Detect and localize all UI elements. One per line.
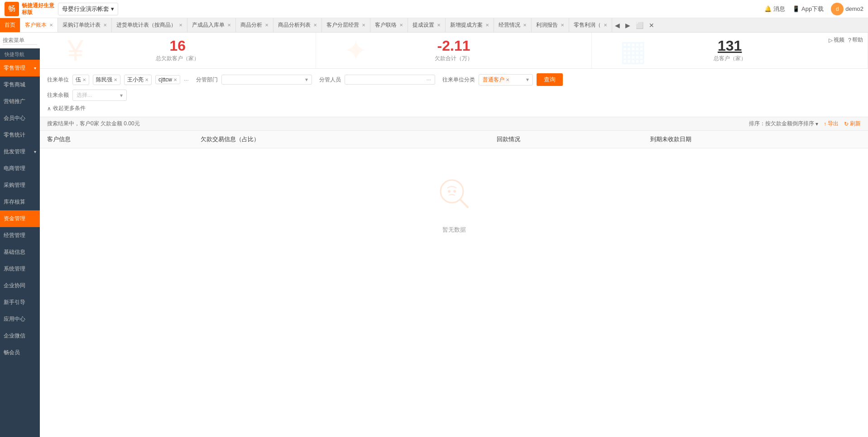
tab-new-promotion-plan[interactable]: 新增提成方案 ✕	[446, 18, 494, 32]
messages-button[interactable]: 🔔 消息	[764, 5, 785, 13]
tab-close-icon[interactable]: ✕	[227, 23, 231, 28]
tab-close-icon[interactable]: ✕	[265, 23, 269, 28]
tab-close-icon[interactable]: ✕	[103, 23, 107, 28]
sort-icon: ▾	[815, 121, 818, 127]
phone-icon: 📱	[792, 5, 800, 12]
stat-value-count: 131	[718, 38, 742, 53]
sidebar-item-new-guide[interactable]: 新手引导	[0, 294, 40, 311]
category-tag-close[interactable]: ✕	[506, 77, 509, 82]
unit-category-select[interactable]: 普通客户 ✕ ▾	[479, 74, 533, 86]
sidebar-item-membership[interactable]: 会员中心	[0, 110, 40, 127]
filter-tag-chen: 陈民强 ✕	[93, 75, 120, 85]
sidebar-item-finance[interactable]: 资金管理	[0, 210, 40, 227]
filter-more-dots[interactable]: ···	[184, 76, 189, 83]
tag-close-cjttcw[interactable]: ✕	[173, 77, 177, 82]
sidebar: 快捷导航 零售管理 ▾ 零售商城 营销推广 会员中心 零售统计 批发管理 ▾ 电…	[0, 33, 40, 437]
tab-merchandise-analysis[interactable]: 商品分析 ✕	[236, 18, 273, 32]
sidebar-item-enterprise-coop[interactable]: 企业协同	[0, 277, 40, 294]
tab-customer-segment[interactable]: 客户分层经营 ✕	[322, 18, 370, 32]
chevron-down-icon: ···	[427, 76, 431, 83]
sidebar-item-wholesale[interactable]: 批发管理 ▾	[0, 143, 40, 160]
quick-nav-label: 快捷导航	[0, 48, 40, 60]
store-selector[interactable]: 母婴行业演示帐套 ▾	[58, 3, 118, 15]
tab-profit-report[interactable]: 利润报告 ✕	[532, 18, 569, 32]
table-header: 客户信息 欠款交易信息（占比） 回款情况 到期未收款日期	[40, 131, 868, 148]
main-layout: 快捷导航 零售管理 ▾ 零售商城 营销推广 会员中心 零售统计 批发管理 ▾ 电…	[0, 33, 868, 437]
export-icon: ↑	[824, 121, 826, 127]
stat-label-count: 总客户（家）	[714, 55, 746, 62]
tag-close-chen[interactable]: ✕	[114, 77, 117, 82]
top-bar-left: 畅 畅捷通好生意 标版 母婴行业演示帐套 ▾	[5, 2, 118, 16]
video-button[interactable]: ▷ 视频	[829, 36, 844, 44]
top-bar: 畅 畅捷通好生意 标版 母婴行业演示帐套 ▾ 🔔 消息 📱 App下载 d de…	[0, 0, 868, 18]
tab-purchase-order-stats[interactable]: 采购订单统计表 ✕	[58, 18, 112, 32]
filter-tag-wang: 王小亮 ✕	[124, 75, 152, 85]
col-payment-status: 回款情况	[489, 131, 643, 148]
bell-icon: 🔔	[764, 5, 772, 12]
tab-close-icon[interactable]: ✕	[313, 23, 317, 28]
sidebar-item-inventory[interactable]: 库存核算	[0, 194, 40, 210]
svg-point-0	[441, 180, 463, 203]
tab-operations[interactable]: 经营情况 ✕	[494, 18, 532, 32]
tab-close-icon[interactable]: ✕	[604, 23, 607, 28]
stat-bg-icon-2: ✦	[344, 34, 368, 67]
stat-label-customers: 总欠款客户（家）	[156, 55, 199, 62]
tab-next-button[interactable]: ▶	[623, 22, 633, 29]
sidebar-search-area	[0, 33, 40, 48]
sidebar-item-ecommerce[interactable]: 电商管理	[0, 160, 40, 177]
tab-close-icon[interactable]: ✕	[485, 23, 489, 28]
help-icon: ?	[848, 37, 851, 43]
tab-close-icon[interactable]: ✕	[179, 23, 182, 28]
tab-close-icon[interactable]: ✕	[362, 23, 365, 28]
person-label: 分管人员	[319, 76, 341, 84]
tab-customer-contact[interactable]: 客户联络 ✕	[370, 18, 408, 32]
sidebar-item-vip-member[interactable]: 畅会员	[0, 344, 40, 361]
refresh-button[interactable]: ↻ 刷新	[844, 120, 861, 128]
export-button[interactable]: ↑ 导出	[824, 120, 839, 128]
tab-close-icon[interactable]: ✕	[437, 23, 441, 28]
help-button[interactable]: ? 帮助	[848, 36, 863, 44]
tag-close-wang[interactable]: ✕	[145, 77, 149, 82]
tab-retail-profit[interactable]: 零售利润（ ✕	[569, 18, 612, 32]
tab-promotion-settings[interactable]: 提成设置 ✕	[408, 18, 446, 32]
data-table: 客户信息 欠款交易信息（占比） 回款情况 到期未收款日期	[40, 131, 868, 148]
tab-close-icon[interactable]: ✕	[399, 23, 403, 28]
sidebar-item-operations-mgmt[interactable]: 经营管理	[0, 227, 40, 244]
tab-close-icon[interactable]: ✕	[49, 23, 53, 28]
tab-close-all-button[interactable]: ✕	[646, 22, 657, 29]
sidebar-item-basic-info[interactable]: 基础信息	[0, 244, 40, 261]
tab-home[interactable]: 首页	[0, 18, 20, 32]
collapse-button[interactable]: ∧ 收起更多条件	[47, 104, 861, 112]
balance-select[interactable]: 选择... ▾	[72, 90, 127, 101]
tab-close-icon[interactable]: ✕	[523, 23, 527, 28]
stat-label-owed: 欠款合计（万）	[435, 55, 473, 62]
tab-expand-button[interactable]: ⬜	[633, 22, 646, 29]
sidebar-item-system[interactable]: 系统管理	[0, 261, 40, 277]
sort-button[interactable]: 排序：按欠款金额倒序排序 ▾	[749, 120, 818, 128]
sidebar-item-app-center[interactable]: 应用中心	[0, 311, 40, 328]
tab-inbound-stats[interactable]: 进货单统计表（按商品） ✕	[112, 18, 187, 32]
sidebar-item-enterprise-wechat[interactable]: 企业微信	[0, 328, 40, 344]
person-select[interactable]: ···	[345, 75, 435, 85]
sidebar-item-purchase[interactable]: 采购管理	[0, 177, 40, 194]
tab-prev-button[interactable]: ◀	[612, 22, 623, 29]
stat-total-customers: ¥ 16 总欠款客户（家）	[40, 33, 316, 68]
tab-close-icon[interactable]: ✕	[561, 23, 564, 28]
chevron-down-icon: ▾	[111, 5, 114, 12]
user-profile[interactable]: d demo2	[831, 3, 863, 15]
collapse-row: ∧ 收起更多条件	[47, 104, 861, 112]
sidebar-item-retail-mall[interactable]: 零售商城	[0, 76, 40, 93]
sidebar-item-retail-management[interactable]: 零售管理 ▾	[0, 60, 40, 76]
department-select[interactable]: ▾	[221, 75, 312, 85]
tab-customer-account[interactable]: 客户账本 ✕	[20, 18, 58, 32]
top-bar-right: 🔔 消息 📱 App下载 d demo2	[764, 3, 863, 15]
tag-close-wu[interactable]: ✕	[82, 77, 86, 82]
app-download-button[interactable]: 📱 App下载	[792, 5, 824, 13]
query-button[interactable]: 查询	[537, 73, 563, 86]
sidebar-item-retail-stats[interactable]: 零售统计	[0, 127, 40, 143]
search-input[interactable]	[3, 36, 37, 45]
tab-merchandise-analysis-list[interactable]: 商品分析列表 ✕	[273, 18, 322, 32]
tab-product-inbound[interactable]: 产成品入库单 ✕	[187, 18, 236, 32]
avatar: d	[831, 3, 844, 15]
sidebar-item-marketing[interactable]: 营销推广	[0, 93, 40, 110]
